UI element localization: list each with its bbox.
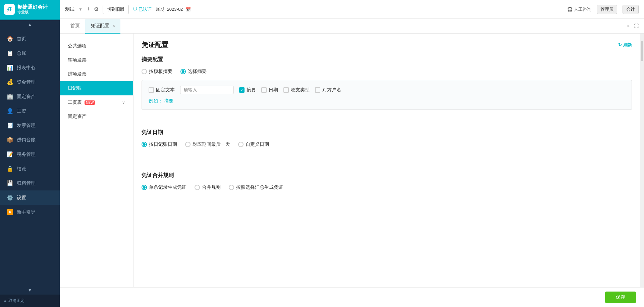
- sidebar-nav: 🏠 首页 📋 总账 📊 报表中心 💰 资金管理 🏢 固定资产 👤 工资 🧾 发票…: [0, 29, 60, 286]
- sidebar-item-report[interactable]: 📊 报表中心: [0, 60, 60, 75]
- sidebar-item-ledger[interactable]: 📋 总账: [0, 46, 60, 60]
- app-logo-text: 畅捷通好会计 专业版: [17, 4, 48, 14]
- project-settings-button[interactable]: ⚙: [94, 6, 99, 12]
- app-logo-icon: 好: [4, 4, 15, 15]
- close-period-icon: 🔒: [7, 166, 13, 172]
- menu-item-purchase-invoice[interactable]: 进项发票: [60, 67, 133, 81]
- merge-rule-circle: [195, 185, 200, 190]
- radio-custom-date[interactable]: 自定义日期: [238, 141, 269, 147]
- headset-icon: 🎧: [567, 7, 573, 12]
- sidebar-item-payroll[interactable]: 👤 工资: [0, 104, 60, 118]
- summary-config-row: 固定文本 ✓ 摘要 日期 收支类型: [149, 86, 625, 94]
- sidebar-item-fund[interactable]: 💰 资金管理: [0, 75, 60, 89]
- payroll-icon: 👤: [7, 108, 13, 114]
- radio-merge-rule[interactable]: 合并规则: [195, 184, 221, 190]
- sidebar-item-settings[interactable]: ⚙️ 设置: [0, 190, 60, 205]
- menu-item-sales-invoice[interactable]: 销项发票: [60, 53, 133, 67]
- select-summary-circle: [229, 185, 234, 190]
- guide-icon: ▶️: [7, 209, 13, 215]
- sidebar-item-invoice[interactable]: 🧾 发票管理: [0, 118, 60, 133]
- manager-button[interactable]: 管理员: [597, 5, 617, 14]
- main-panel: 凭证配置 ↻ 刷新 摘要配置 按模板摘要 选择摘要: [133, 34, 640, 307]
- tab-bar: 首页 凭证配置 × × ⛶: [60, 19, 644, 34]
- project-dropdown-button[interactable]: ▼: [78, 7, 83, 12]
- checkbox-summary[interactable]: ✓ 摘要: [239, 87, 256, 93]
- menu-item-payroll-table[interactable]: 工资表 NEW ∨: [60, 95, 133, 109]
- tab-close-icon[interactable]: ×: [113, 24, 115, 28]
- tab-voucher-config[interactable]: 凭证配置 ×: [85, 19, 120, 34]
- date-section-title: 凭证日期: [142, 129, 632, 136]
- sidebar-item-guide[interactable]: ▶️ 新手引导: [0, 205, 60, 219]
- menu-item-journal[interactable]: 日记账: [60, 81, 133, 95]
- verified-badge: 🛡 已认证: [133, 6, 152, 12]
- summary-section: 摘要配置 按模板摘要 选择摘要 固定文本: [142, 56, 632, 118]
- right-scrollbar[interactable]: [640, 34, 644, 307]
- radio-select-summary[interactable]: 选择摘要: [180, 69, 207, 75]
- home-icon: 🏠: [7, 36, 13, 42]
- sidebar-item-home[interactable]: 🏠 首页: [0, 32, 60, 46]
- refresh-button[interactable]: ↻ 刷新: [618, 42, 632, 48]
- custom-date-circle: [238, 142, 244, 147]
- radio-template-summary[interactable]: 按模板摘要: [142, 69, 172, 75]
- date-checkbox: [261, 87, 267, 93]
- project-name: 测试: [65, 6, 74, 12]
- radio-single-record[interactable]: 单条记录生成凭证: [142, 184, 186, 190]
- radio-select-summary-generate[interactable]: 按照选择汇总生成凭证: [229, 184, 283, 190]
- summary-section-title: 摘要配置: [142, 56, 632, 63]
- add-project-button[interactable]: +: [87, 6, 90, 13]
- period-last-circle: [185, 142, 191, 147]
- menu-item-fixed-assets[interactable]: 固定资产: [60, 109, 133, 124]
- tab-actions: × ⛶: [627, 23, 639, 29]
- arrow-down-icon: ∨: [122, 100, 125, 105]
- close-panel-button[interactable]: ×: [627, 23, 630, 29]
- fixed-text-input[interactable]: [180, 86, 234, 94]
- scroll-up-button[interactable]: ▲: [0, 20, 60, 29]
- top-header: 测试 ▼ + ⚙ 切到旧版 🛡 已认证 账期 2023-02 📅 🎧 人工咨询 …: [60, 0, 644, 19]
- panel-title: 凭证配置 ↻ 刷新: [142, 40, 632, 49]
- fullscreen-button[interactable]: ⛶: [634, 23, 639, 29]
- sidebar-item-close[interactable]: 🔒 结账: [0, 162, 60, 176]
- calendar-icon[interactable]: 📅: [185, 7, 191, 12]
- fund-icon: 💰: [7, 79, 13, 85]
- checkbox-income-type[interactable]: 收支类型: [283, 87, 310, 93]
- merge-section-title: 凭证合并规则: [142, 172, 632, 179]
- shield-icon: 🛡: [133, 7, 137, 12]
- switch-old-button[interactable]: 切到旧版: [103, 5, 129, 14]
- radio-journal-date[interactable]: 按日记账日期: [142, 141, 177, 147]
- menu-item-public[interactable]: 公共选项: [60, 39, 133, 53]
- scroll-down-button[interactable]: ▼: [0, 286, 60, 295]
- tax-icon: 📝: [7, 151, 13, 158]
- sidebar-item-tax[interactable]: 📝 税务管理: [0, 147, 60, 162]
- settings-nav-icon: ⚙️: [7, 194, 13, 201]
- ledger-icon: 📋: [7, 50, 13, 56]
- consult-button[interactable]: 🎧 人工咨询: [567, 6, 591, 12]
- new-badge: NEW: [85, 100, 95, 105]
- checkbox-fixed-text[interactable]: 固定文本: [149, 87, 175, 93]
- radio-period-last-day[interactable]: 对应期间最后一天: [185, 141, 230, 147]
- example-text: 例如： 摘要: [149, 98, 625, 104]
- checkbox-counterpart[interactable]: 对方户名: [315, 87, 341, 93]
- summary-radio-group: 按模板摘要 选择摘要: [142, 69, 632, 75]
- sidebar-item-asset[interactable]: 🏢 固定资产: [0, 89, 60, 104]
- save-bar: 保存: [60, 287, 644, 307]
- cancel-pin-button[interactable]: « 取消固定: [0, 295, 60, 307]
- asset-icon: 🏢: [7, 93, 13, 100]
- sidebar-item-purchase[interactable]: 📦 进销台账: [0, 133, 60, 147]
- journal-date-circle: [142, 142, 147, 147]
- sidebar: 好 畅捷通好会计 专业版 ▲ 🏠 首页 📋 总账 📊 报表中心 💰 资金管理 🏢…: [0, 0, 60, 307]
- left-menu: 公共选项 销项发票 进项发票 日记账 工资表 NEW ∨ 固定资产: [60, 34, 133, 307]
- checkbox-date[interactable]: 日期: [261, 87, 278, 93]
- report-icon: 📊: [7, 64, 13, 71]
- sidebar-logo: 好 畅捷通好会计 专业版: [0, 0, 60, 19]
- accountant-button[interactable]: 会计: [623, 5, 639, 14]
- sidebar-item-archive[interactable]: 💾 归档管理: [0, 176, 60, 190]
- summary-checkbox: ✓: [239, 87, 245, 93]
- bottom-spacer: [142, 215, 632, 235]
- income-type-checkbox: [283, 87, 289, 93]
- radio-template-circle: [142, 69, 147, 74]
- single-record-circle: [142, 185, 147, 190]
- save-button[interactable]: 保存: [605, 292, 636, 303]
- tab-home[interactable]: 首页: [65, 19, 85, 34]
- date-section: 凭证日期 按日记账日期 对应期间最后一天 自定义日期: [142, 129, 632, 161]
- scrollbar-thumb: [641, 41, 643, 61]
